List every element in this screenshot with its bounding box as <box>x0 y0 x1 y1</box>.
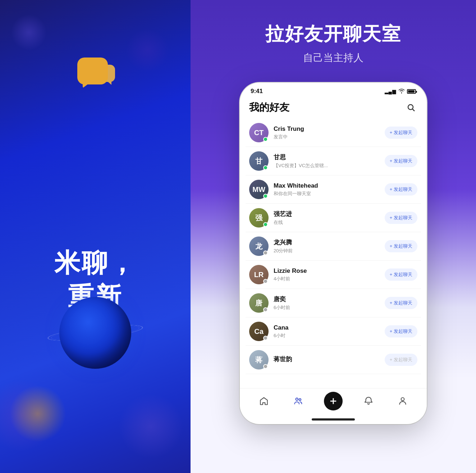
contact-status: 在线 <box>274 219 345 226</box>
friends-list-title: 我的好友 <box>249 101 289 114</box>
contact-info: 龙兴腾 20分钟前 <box>274 238 385 254</box>
online-status-dot <box>263 137 268 142</box>
start-chat-button[interactable]: + 发起聊天 <box>385 183 417 196</box>
bottom-nav <box>240 388 427 417</box>
contact-avatar-wrap: MW <box>249 180 269 199</box>
contact-name: Cana <box>274 324 385 331</box>
right-panel: 拉好友开聊天室 自己当主持人 9:41 ▂▄▆ 我的好友 <box>191 0 476 473</box>
contact-avatar-wrap: 强 <box>249 208 269 228</box>
contact-info: Lizzie Rose 4小时前 <box>274 267 385 282</box>
status-icons: ▂▄▆ <box>385 89 416 94</box>
online-status-dot <box>263 194 268 198</box>
online-status-dot <box>263 336 268 340</box>
contact-status: 和你在同一聊天室 <box>274 190 345 197</box>
start-chat-button[interactable]: + 发起聊天 <box>385 212 417 224</box>
contact-status: 4小时前 <box>274 276 345 282</box>
online-status-dot <box>263 165 268 170</box>
nav-friends[interactable] <box>290 393 306 409</box>
contact-name: Lizzie Rose <box>274 267 385 275</box>
contact-list: CT Cris Trung 发言中 + 发起聊天 甘 甘思 【VC投资】VC怎么… <box>240 119 427 388</box>
contact-status: 20分钟前 <box>274 248 345 254</box>
contact-status: 【VC投资】VC怎么管辖... <box>274 162 345 169</box>
bg-decoration <box>126 29 169 72</box>
contact-name: Cris Trung <box>274 125 385 133</box>
contact-info: Max Whitehead 和你在同一聊天室 <box>274 182 385 197</box>
contact-name: 甘思 <box>274 153 385 161</box>
status-time: 9:41 <box>251 88 263 95</box>
contact-item[interactable]: 龙 龙兴腾 20分钟前 + 发起聊天 <box>246 232 421 261</box>
bg-decoration <box>7 383 68 444</box>
online-status-dot <box>263 307 268 312</box>
signal-icon: ▂▄▆ <box>385 89 396 94</box>
bg-decoration <box>11 14 47 50</box>
contact-item[interactable]: 蒋 蒋世韵 + 发起聊天 <box>246 346 421 374</box>
nav-home[interactable] <box>256 393 272 409</box>
contact-info: 强艺进 在线 <box>274 210 385 226</box>
svg-point-3 <box>296 398 298 400</box>
svg-point-7 <box>401 398 404 401</box>
start-chat-button[interactable]: + 发起聊天 <box>385 268 417 281</box>
svg-point-4 <box>299 398 301 400</box>
contact-status: 6小时 <box>274 332 345 339</box>
svg-point-1 <box>408 105 413 110</box>
search-icon <box>407 103 415 112</box>
chat-bubble-main-icon <box>77 58 108 84</box>
svg-point-0 <box>401 93 402 93</box>
contact-item[interactable]: 甘 甘思 【VC投资】VC怎么管辖... + 发起聊天 <box>246 147 421 175</box>
bell-icon <box>364 396 373 406</box>
start-chat-button[interactable]: + 发起聊天 <box>385 127 417 139</box>
friends-icon <box>293 396 303 406</box>
contact-item[interactable]: MW Max Whitehead 和你在同一聊天室 + 发起聊天 <box>246 175 421 204</box>
online-status-dot <box>263 364 268 369</box>
contact-name: 蒋世韵 <box>274 355 385 363</box>
search-button[interactable] <box>404 101 417 114</box>
online-status-dot <box>263 222 268 227</box>
contact-avatar-wrap: Ca <box>249 322 269 341</box>
nav-profile[interactable] <box>395 393 411 409</box>
contact-info: 唐奕 6小时前 <box>274 295 385 311</box>
contact-status: 发言中 <box>274 134 345 140</box>
contact-item[interactable]: LR Lizzie Rose 4小时前 + 发起聊天 <box>246 261 421 289</box>
start-chat-button[interactable]: + 发起聊天 <box>385 297 417 309</box>
bg-decoration <box>119 394 183 459</box>
contact-name: Max Whitehead <box>274 182 385 189</box>
start-chat-button[interactable]: + 发起聊天 <box>385 354 417 366</box>
contact-status: 6小时前 <box>274 304 345 311</box>
contact-item[interactable]: Ca Cana 6小时 + 发起聊天 <box>246 317 421 346</box>
app-logo-icon <box>77 58 113 90</box>
nav-add-button[interactable] <box>324 392 343 410</box>
svg-line-2 <box>413 109 415 111</box>
planet-body <box>59 297 131 369</box>
wifi-icon <box>398 89 405 94</box>
contact-name: 强艺进 <box>274 210 385 218</box>
contact-avatar-wrap: 唐 <box>249 293 269 313</box>
start-chat-button[interactable]: + 发起聊天 <box>385 325 417 337</box>
contact-info: Cana 6小时 <box>274 324 385 339</box>
nav-notifications[interactable] <box>361 393 376 409</box>
person-icon <box>398 396 407 406</box>
add-icon <box>328 396 338 406</box>
start-chat-button[interactable]: + 发起聊天 <box>385 240 417 252</box>
contact-avatar-wrap: 甘 <box>249 151 269 171</box>
battery-icon <box>407 89 416 94</box>
contact-item[interactable]: 唐 唐奕 6小时前 + 发起聊天 <box>246 289 421 317</box>
promo-title: 拉好友开聊天室 <box>265 22 401 47</box>
contact-avatar-wrap: CT <box>249 123 269 142</box>
contact-name: 唐奕 <box>274 295 385 303</box>
contact-avatar-wrap: 龙 <box>249 236 269 256</box>
start-chat-button[interactable]: + 发起聊天 <box>385 155 417 167</box>
online-status-dot <box>263 251 268 255</box>
home-icon <box>259 396 269 406</box>
slogan-line1: 米聊， <box>54 246 136 280</box>
contact-info: Cris Trung 发言中 <box>274 125 385 140</box>
home-indicator <box>312 418 355 421</box>
planet-decoration <box>45 283 146 383</box>
contact-item[interactable]: 强 强艺进 在线 + 发起聊天 <box>246 204 421 232</box>
left-panel: 米聊， 重新 出发 <box>0 0 191 473</box>
phone-mockup: 9:41 ▂▄▆ 我的好友 <box>240 83 427 424</box>
contact-avatar-wrap: LR <box>249 265 269 284</box>
phone-header: 我的好友 <box>240 97 427 119</box>
contact-item[interactable]: CT Cris Trung 发言中 + 发起聊天 <box>246 119 421 147</box>
contact-info: 蒋世韵 <box>274 355 385 364</box>
status-bar: 9:41 ▂▄▆ <box>240 83 427 97</box>
